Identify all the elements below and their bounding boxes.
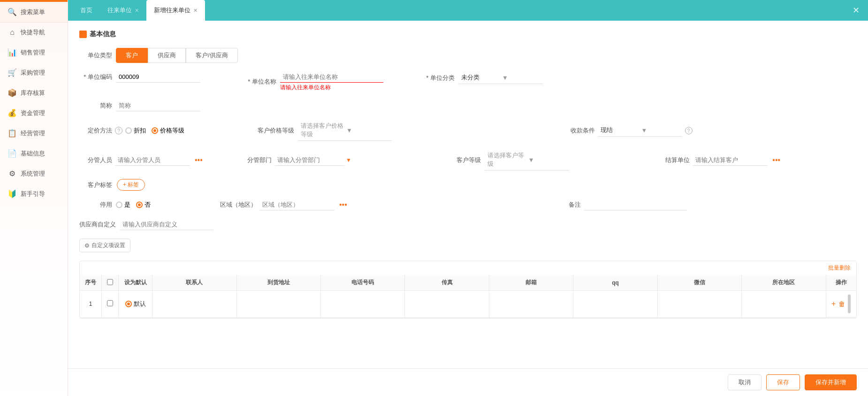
payment-terms-help-icon[interactable]: ? <box>685 127 693 134</box>
customer-price-level-arrow: ▼ <box>346 127 389 134</box>
sidebar-item-system[interactable]: ⚙ 系统管理 <box>0 163 68 184</box>
col-actions: 操作 <box>826 275 856 291</box>
select-all-checkbox[interactable] <box>107 279 113 285</box>
search-icon: 🔍 <box>8 8 17 16</box>
unit-category-field: * 单位分类 未分类 ▼ <box>408 71 857 84</box>
row-qq[interactable] <box>573 291 657 318</box>
row-default-radio[interactable]: 默认 <box>123 300 147 308</box>
email-input[interactable] <box>494 301 568 307</box>
sidebar-label: 系统管理 <box>21 170 45 178</box>
row-default-label: 默认 <box>134 300 146 308</box>
tab-new-partner-close[interactable]: ✕ <box>193 8 198 14</box>
sidebar-item-guide[interactable]: 🔰 新手引导 <box>0 184 68 204</box>
customize-settings-button[interactable]: ⚙ 自定义项设置 <box>79 239 130 252</box>
sidebar-item-quick-nav[interactable]: ⌂ 快捷导航 <box>0 23 68 42</box>
disabled-yes-label: 是 <box>124 201 130 209</box>
phone-input[interactable] <box>326 301 400 307</box>
sidebar-item-basic-info[interactable]: 📄 基础信息 <box>0 143 68 163</box>
tab-home[interactable]: 首页 <box>73 0 100 21</box>
type-btn-supplier[interactable]: 供应商 <box>148 48 186 63</box>
sidebar-label: 基础信息 <box>21 149 45 158</box>
row-id: 1 <box>80 291 102 318</box>
add-row-btn[interactable]: + <box>831 300 836 308</box>
row-fax[interactable] <box>405 291 489 318</box>
col-region: 所在地区 <box>742 275 826 291</box>
sidebar-item-operations[interactable]: 📋 经营管理 <box>0 123 68 143</box>
unit-name-field: * 单位名称 请输入往来单位名称 <box>229 71 408 92</box>
fax-input[interactable] <box>410 301 484 307</box>
row-select-checkbox[interactable] <box>107 300 113 306</box>
short-name-label: 简称 <box>79 101 112 110</box>
address-input[interactable] <box>242 301 316 307</box>
unit-type-buttons: 客户 供应商 客户/供应商 <box>116 48 238 63</box>
supplier-custom-field: 供应商自定义 <box>79 219 267 230</box>
delete-row-btn[interactable]: 🗑 <box>838 300 845 308</box>
payment-terms-dropdown[interactable]: 现结 ▼ <box>598 124 682 137</box>
batch-delete-btn[interactable]: 批量删除 <box>828 264 851 272</box>
save-add-button[interactable]: 保存并新增 <box>805 374 857 390</box>
remark-input[interactable] <box>584 199 687 210</box>
col-checkbox <box>102 275 119 291</box>
tab-partners[interactable]: 往来单位 ✕ <box>100 0 146 21</box>
sidebar-item-sales[interactable]: 📊 销售管理 <box>0 42 68 62</box>
table-head: 序号 设为默认 联系人 到货地址 电话号码 传真 邮箱 qq 微信 所在地区 操… <box>80 275 856 291</box>
row-actions: + 🗑 <box>826 291 857 318</box>
region-input[interactable] <box>259 199 335 210</box>
department-input[interactable] <box>274 155 345 166</box>
tab-partners-close[interactable]: ✕ <box>135 8 139 14</box>
sidebar-item-purchase[interactable]: 🛒 采购管理 <box>0 62 68 83</box>
row-contact[interactable] <box>152 291 236 318</box>
payment-terms-arrow: ▼ <box>641 127 679 134</box>
supplier-custom-input[interactable] <box>120 219 213 230</box>
finance-icon: 💰 <box>8 109 17 117</box>
sidebar-item-finance[interactable]: 💰 资金管理 <box>0 103 68 123</box>
unit-name-input[interactable] <box>280 71 383 83</box>
manager-field: 分管人员 ••• <box>79 155 229 166</box>
pricing-level-radio[interactable]: 价格等级 <box>152 126 184 135</box>
sidebar-item-inventory[interactable]: 📦 库存核算 <box>0 83 68 103</box>
short-name-input[interactable] <box>116 100 200 111</box>
type-btn-customer[interactable]: 客户 <box>116 48 148 63</box>
row-drag-handle[interactable] <box>848 295 851 313</box>
settlement-unit-more-btn[interactable]: ••• <box>772 156 780 164</box>
save-button[interactable]: 保存 <box>766 374 800 390</box>
pricing-discount-radio[interactable]: 折扣 <box>125 126 146 135</box>
row-phone[interactable] <box>321 291 405 318</box>
manager-more-btn[interactable]: ••• <box>195 156 203 164</box>
region-more-btn[interactable]: ••• <box>339 201 347 209</box>
customer-price-level-dropdown[interactable]: 请选择客户价格等级 ▼ <box>298 120 392 141</box>
tab-new-partner-label: 新增往来单位 <box>154 6 190 15</box>
row-email[interactable] <box>489 291 573 318</box>
inventory-icon: 📦 <box>8 88 17 97</box>
wechat-input[interactable] <box>662 301 737 307</box>
remark-field: 备注 <box>529 199 857 210</box>
unit-category-dropdown[interactable]: 未分类 ▼ <box>458 71 543 84</box>
unit-code-input[interactable] <box>116 71 200 83</box>
disabled-yes-dot <box>116 202 122 208</box>
tab-new-partner[interactable]: 新增往来单位 ✕ <box>146 0 205 21</box>
customer-tag-row: 客户标签 + 标签 <box>79 179 857 191</box>
region-label: 区域（地区） <box>220 201 257 209</box>
type-btn-both[interactable]: 客户/供应商 <box>186 48 238 63</box>
customize-settings-icon: ⚙ <box>84 242 90 249</box>
tabs-bar: 首页 往来单位 ✕ 新增往来单位 ✕ ✕ <box>68 0 868 21</box>
sidebar-label: 资金管理 <box>21 109 45 117</box>
pricing-method-label: 定价方法 <box>79 126 112 135</box>
settlement-unit-input[interactable] <box>693 155 768 166</box>
table-region-input[interactable] <box>746 301 821 307</box>
row-wechat[interactable] <box>657 291 741 318</box>
cancel-button[interactable]: 取消 <box>728 374 761 390</box>
sidebar-item-search[interactable]: 🔍 搜索菜单 <box>0 2 68 23</box>
close-all-tabs[interactable]: ✕ <box>849 3 863 17</box>
disabled-no-radio[interactable]: 否 <box>136 201 151 209</box>
region-field: 区域（地区） ••• <box>211 199 529 210</box>
manager-input[interactable] <box>115 155 190 166</box>
row-region[interactable] <box>742 291 826 318</box>
customer-level-dropdown[interactable]: 请选择客户等级 ▼ <box>485 149 569 171</box>
contact-input[interactable] <box>157 301 231 307</box>
disabled-yes-radio[interactable]: 是 <box>116 201 130 209</box>
qq-input[interactable] <box>578 301 652 307</box>
pricing-help-icon[interactable]: ? <box>115 127 122 134</box>
row-address[interactable] <box>236 291 320 318</box>
add-tag-button[interactable]: + 标签 <box>117 179 145 191</box>
